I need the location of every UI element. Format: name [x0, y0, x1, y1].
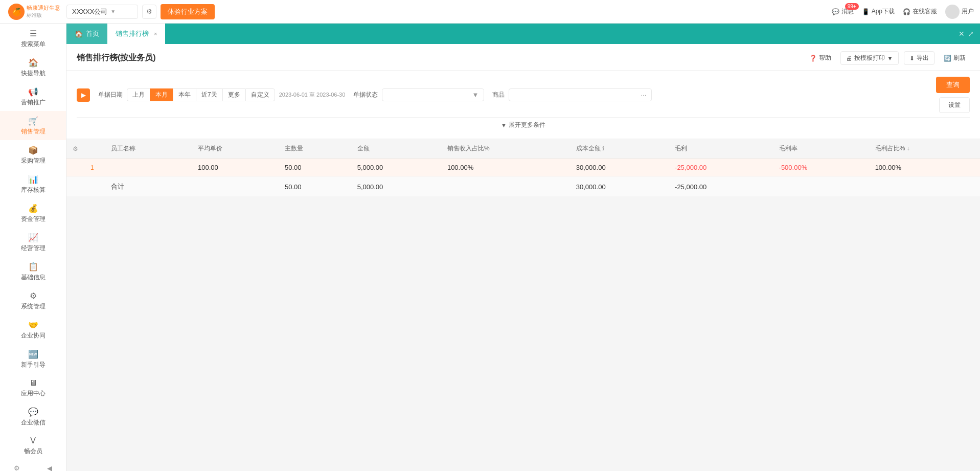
logo-icon: 🍊: [8, 4, 25, 20]
sidebar-item-6[interactable]: 💰 资金管理: [0, 198, 66, 228]
cell-main-qty-0: 50.00: [279, 159, 351, 177]
col-header-settings[interactable]: ⚙: [66, 139, 84, 159]
sidebar-icon-1: 🏠: [28, 58, 38, 68]
app-download-button[interactable]: 📱 App下载: [862, 7, 895, 16]
chevron-down-icon: ▼: [887, 55, 893, 62]
export-button[interactable]: ⬇ 导出: [904, 51, 935, 65]
sidebar-icon-11: 🆕: [28, 349, 38, 359]
sidebar-icon-2: 📢: [28, 87, 38, 97]
filter-expand-row: ▼ 展开更多条件: [77, 117, 970, 132]
sidebar-icon-5: 📊: [28, 174, 38, 184]
cell-gross-rate-0: -500.00%: [773, 159, 869, 177]
cell-name-0: [105, 159, 192, 177]
col-header-cost: 成本全额 ℹ: [570, 139, 669, 159]
col-header-name: 员工名称: [105, 139, 192, 159]
window-expand-icon[interactable]: ⤢: [968, 30, 974, 38]
query-group: 查询 设置: [936, 77, 970, 113]
print-button[interactable]: 🖨 按模板打印 ▼: [840, 51, 899, 65]
logo-text-line1: 畅康通好生意: [27, 4, 60, 12]
sidebar-item-4[interactable]: 📦 采购管理: [0, 140, 66, 169]
sidebar-icon-4: 📦: [28, 145, 38, 155]
date-tab-custom[interactable]: 自定义: [245, 88, 275, 101]
trial-button[interactable]: 体验行业方案: [161, 4, 215, 19]
filter-toggle-button[interactable]: ▶: [77, 88, 90, 102]
sidebar-item-13[interactable]: 💬 企业微信: [0, 402, 66, 431]
company-selector[interactable]: XXXXX公司 ▼: [66, 5, 138, 19]
goods-filter-group: 商品 ···: [492, 88, 652, 101]
query-button[interactable]: 查询: [936, 77, 970, 93]
date-tab-current-year[interactable]: 本年: [173, 88, 196, 101]
cell-avg-price-0: 100.00: [192, 159, 279, 177]
sidebar-item-14[interactable]: V 畅会员: [0, 431, 66, 460]
chevron-down-icon: ▼: [501, 122, 507, 129]
date-tab-prev-month[interactable]: 上月: [127, 88, 150, 101]
sidebar-label-4: 采购管理: [21, 156, 45, 165]
col-header-amount: 全额: [351, 139, 441, 159]
sidebar-item-0[interactable]: ☰ 搜索菜单: [0, 24, 66, 53]
date-tab-current-month[interactable]: 本月: [150, 88, 173, 101]
refresh-button[interactable]: 🔄 刷新: [940, 52, 970, 64]
headset-icon: 🎧: [903, 8, 910, 15]
refresh-icon: 🔄: [944, 55, 951, 62]
tab-home-label: 首页: [86, 29, 99, 38]
tab-sales-rank[interactable]: 销售排行榜 ×: [107, 24, 165, 44]
date-filter-group: 单据日期 上月 本月 本年 近7天 更多 自定义 2023-06-01 至 20…: [98, 88, 345, 101]
help-icon: ❓: [809, 55, 817, 62]
sidebar-item-9[interactable]: ⚙ 系统管理: [0, 286, 66, 315]
help-button[interactable]: ❓ 帮助: [805, 52, 835, 64]
sidebar-label-2: 营销推广: [21, 98, 45, 107]
sidebar-item-1[interactable]: 🏠 快捷导航: [0, 53, 66, 82]
window-close-icon[interactable]: ✕: [959, 30, 965, 38]
select-chevron-icon: ▼: [472, 91, 478, 99]
goods-select[interactable]: ···: [509, 88, 652, 101]
sidebar-label-8: 基础信息: [21, 273, 45, 282]
sidebar-item-7[interactable]: 📈 经营管理: [0, 228, 66, 257]
cell-cost-0: 30,000.00: [570, 159, 669, 177]
home-icon: 🏠: [75, 30, 83, 38]
filter-settings-button[interactable]: 设置: [939, 97, 970, 113]
sidebar-item-11[interactable]: 🆕 新手引导: [0, 344, 66, 373]
table-footer: 合计 50.00 5,000.00 30,000.00 -25,000.00: [66, 177, 980, 197]
status-select[interactable]: ▼: [382, 88, 484, 101]
tab-close-icon[interactable]: ×: [154, 31, 157, 37]
status-filter-group: 单据状态 ▼: [353, 88, 484, 101]
sidebar-item-5[interactable]: 📊 库存核算: [0, 169, 66, 198]
user-avatar-button[interactable]: 用户: [945, 5, 974, 19]
date-tab-7days[interactable]: 近7天: [196, 88, 222, 101]
online-service-button[interactable]: 🎧 在线客服: [903, 7, 937, 16]
sidebar-item-8[interactable]: 📋 基础信息: [0, 257, 66, 286]
col-header-gross-pct: 毛利占比% ↓: [869, 139, 980, 159]
sidebar-item-3[interactable]: 🛒 销售管理: [0, 111, 66, 140]
sidebar-item-2[interactable]: 📢 营销推广: [0, 82, 66, 111]
sidebar-item-10[interactable]: 🤝 企业协同: [0, 315, 66, 344]
sidebar-item-12[interactable]: 🖥 应用中心: [0, 373, 66, 402]
logo-text-line2: 标准版: [27, 12, 60, 19]
sidebar-icon-0: ☰: [30, 29, 37, 38]
cell-gross-pct-0: 100.00%: [869, 159, 980, 177]
print-icon: 🖨: [846, 55, 852, 62]
date-tab-more[interactable]: 更多: [222, 88, 245, 101]
sidebar-collapse-icon[interactable]: ◀: [47, 464, 52, 471]
sidebar-label-3: 销售管理: [21, 127, 45, 136]
column-settings-icon[interactable]: ⚙: [73, 145, 78, 152]
expand-conditions-button[interactable]: ▼ 展开更多条件: [501, 121, 546, 129]
data-table: ⚙ 员工名称 平均单价 主数量 全额 销售收入占比% 成本全额 ℹ 毛利: [66, 139, 980, 197]
expand-label: 展开更多条件: [509, 121, 545, 129]
cell-gross-0: -25,000.00: [669, 159, 772, 177]
sidebar-icon-6: 💰: [28, 204, 38, 213]
tab-home[interactable]: 🏠 首页: [66, 24, 107, 44]
message-button[interactable]: 💬 消息 99+: [832, 7, 854, 16]
sidebar-label-12: 应用中心: [21, 389, 45, 398]
sidebar-settings-icon[interactable]: ⚙: [14, 464, 20, 471]
status-filter-label: 单据状态: [353, 91, 378, 99]
sidebar-label-14: 畅会员: [24, 447, 42, 456]
col-header-rank: [84, 139, 105, 159]
col-header-sales-pct: 销售收入占比%: [441, 139, 570, 159]
page-title: 销售排行榜(按业务员): [77, 53, 156, 63]
goods-filter-label: 商品: [492, 91, 505, 99]
date-tabs: 上月 本月 本年 近7天 更多 自定义: [127, 88, 275, 101]
sidebar-label-11: 新手引导: [21, 361, 45, 369]
settings-gear-button[interactable]: ⚙: [142, 5, 156, 19]
footer-amount: 5,000.00: [351, 177, 441, 197]
sidebar-label-13: 企业微信: [21, 418, 45, 427]
